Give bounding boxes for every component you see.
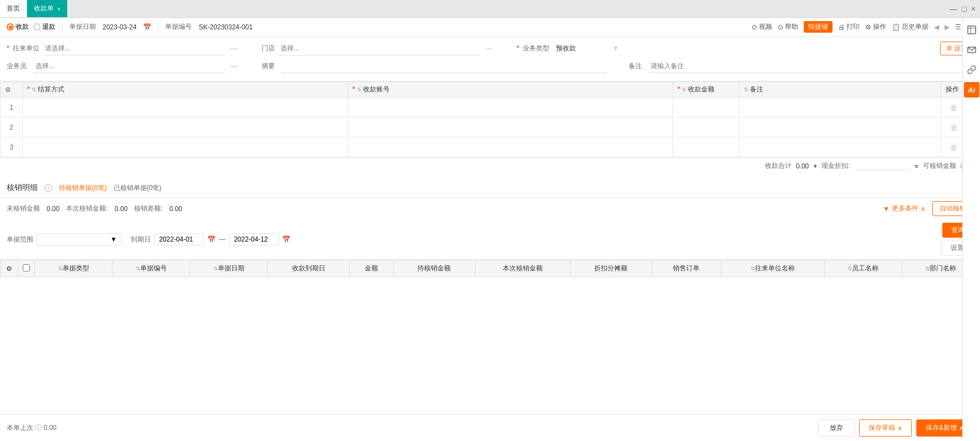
type-dropdown-arrow[interactable]: ▼: [612, 44, 619, 52]
form-area: * 往来单位 ··· 门店 ··· * 业务类型 预收款 ▼ ⚙ 设置: [0, 37, 980, 81]
date-field: 到期日 📅 — 📅: [131, 233, 290, 245]
shop-field: 门店 ···: [262, 41, 494, 55]
next-icon[interactable]: ▶: [945, 23, 950, 31]
save-draft-btn[interactable]: 保存草稿 ∧: [859, 419, 912, 437]
date-to-input[interactable]: [229, 233, 279, 245]
type-field: * 业务类型 预收款 ▼: [517, 44, 936, 53]
bottom-info-icon[interactable]: ⓘ: [35, 424, 42, 432]
bottom-info-label: 本单上次: [7, 424, 33, 432]
sidebar-table-icon[interactable]: [964, 22, 979, 38]
prev-icon[interactable]: ◀: [934, 23, 939, 31]
cal-to-icon[interactable]: 📅: [282, 235, 290, 243]
tab-receipt-label: 收款单: [34, 4, 54, 13]
row-1-amount[interactable]: [673, 98, 739, 117]
row-3-remark[interactable]: [739, 137, 941, 157]
print-btn[interactable]: 🖨 打印: [838, 22, 860, 32]
row-1-settlement[interactable]: [23, 98, 348, 117]
row-3-amount[interactable]: [673, 137, 739, 157]
radio-tuikuan-label: 退款: [42, 22, 55, 32]
row-2-account[interactable]: [348, 117, 673, 137]
row-3-settlement[interactable]: [23, 137, 348, 157]
window-max-btn[interactable]: □: [962, 4, 966, 13]
sidebar-mail-icon[interactable]: [964, 42, 979, 58]
partner-input[interactable]: [43, 41, 226, 55]
row-3-account[interactable]: [348, 137, 673, 157]
discount-input[interactable]: [855, 162, 910, 170]
th-staff-name: ⇅员工名称: [824, 260, 902, 277]
tab-receipt-close[interactable]: ×: [57, 6, 60, 12]
row-3-delete-icon[interactable]: 🗑: [950, 143, 958, 152]
history-btn[interactable]: 📋 历史单据: [892, 22, 928, 32]
menu-icon[interactable]: ☰: [955, 23, 961, 31]
filter-icon: ▼: [883, 205, 890, 213]
toolbar-row: 收款 退款 单据日期 2023-03-24 📅 单据编号 SK-20230324…: [0, 18, 980, 37]
remark-field: 备注: [629, 59, 973, 73]
window-min-btn[interactable]: —: [950, 4, 957, 13]
type-value: 预收款: [556, 44, 576, 53]
completed-link[interactable]: 已核销单据(0笔): [114, 183, 162, 193]
row-1-remark[interactable]: [739, 98, 941, 117]
partner-field: * 往来单位 ···: [7, 41, 239, 55]
settings-gear-icon: ⚙: [946, 44, 952, 52]
section-header: 核销明细 i 待核销单据(0笔) 已核销单据(0笔): [0, 178, 980, 198]
row-1-delete-icon[interactable]: 🗑: [950, 103, 958, 112]
th-amount: ⇅ 收款金额: [673, 82, 739, 98]
main-container: 收款 退款 单据日期 2023-03-24 📅 单据编号 SK-20230324…: [0, 18, 980, 441]
video-btn[interactable]: ⊙ 视频: [752, 22, 772, 32]
toolbar-divider-1: [62, 23, 63, 32]
remark-input[interactable]: [649, 59, 973, 73]
table-gear-icon[interactable]: ⚙: [5, 86, 11, 94]
window-close-btn[interactable]: ×: [971, 4, 976, 13]
radio-shoukuan[interactable]: 收款: [7, 22, 29, 32]
date-separator: —: [219, 235, 226, 243]
row-2-settlement[interactable]: [23, 117, 348, 137]
summary-input[interactable]: [282, 59, 606, 73]
sidebar-link-icon[interactable]: [964, 62, 979, 78]
save-new-label: 保存&新增: [926, 423, 957, 433]
row-2-delete-icon[interactable]: 🗑: [950, 123, 958, 132]
sidebar-ai-icon[interactable]: Ai: [964, 82, 979, 98]
more-conditions-btn[interactable]: ▼ 更多条件 ∧: [883, 204, 926, 213]
partner-ellipsis-btn[interactable]: ···: [228, 44, 239, 53]
select-all-checkbox[interactable]: [23, 264, 30, 271]
tab-bar-controls: — □ ×: [950, 4, 980, 13]
staff-ellipsis-btn[interactable]: ···: [228, 61, 239, 70]
detail-gear-icon[interactable]: ⚙: [6, 265, 12, 273]
tab-receipt[interactable]: 收款单 ×: [27, 0, 68, 17]
type-label-text: 业务类型: [523, 44, 549, 53]
th-checkbox: [18, 260, 35, 277]
cal-from-icon[interactable]: 📅: [207, 235, 216, 243]
detail-table-wrapper: ⚙ ⇅单据类型 ⇅单据编号 ⇅单据日期: [0, 260, 980, 414]
row-2-remark[interactable]: [739, 117, 941, 137]
table-row: 3 🗑 📋: [1, 137, 980, 157]
filter-row: 未核销金额 0.00 本次核销金额: 0.00 核销差额: 0.00 ▼ 更多条…: [0, 198, 980, 219]
row-2-amount[interactable]: [673, 117, 739, 137]
radio-group: 收款 退款: [7, 22, 55, 32]
unchecked-value: 0.00: [47, 205, 59, 213]
shop-input[interactable]: [278, 41, 480, 55]
info-icon[interactable]: i: [44, 184, 52, 192]
staff-input[interactable]: [33, 59, 225, 73]
sum-value: 0.00: [796, 162, 809, 170]
table-wrapper: ⚙ ⇅ 结算方式 ⇅ 收款账号 ⇅ 收款金额: [0, 81, 980, 157]
detail-table: ⚙ ⇅单据类型 ⇅单据编号 ⇅单据日期: [0, 260, 980, 277]
operate-btn[interactable]: ⚙ 操作: [865, 22, 886, 32]
date-from-input[interactable]: [154, 233, 204, 245]
help-btn[interactable]: ⊙ 帮助: [778, 22, 798, 32]
partner-label: *: [7, 44, 9, 52]
range-chevron-icon: ▼: [110, 235, 117, 243]
save-draft-arrow-icon[interactable]: ∧: [897, 424, 902, 432]
range-select[interactable]: ▼: [37, 233, 122, 245]
pending-link[interactable]: 待核销单据(0笔): [59, 183, 107, 193]
row-1-account[interactable]: [348, 98, 673, 117]
abandon-btn[interactable]: 放弃: [818, 419, 855, 437]
tab-home[interactable]: 首页: [0, 0, 27, 17]
th-account-label: 收款账号: [363, 85, 390, 93]
radio-tuikuan[interactable]: 退款: [33, 22, 55, 32]
shop-ellipsis-btn[interactable]: ···: [483, 44, 494, 53]
calendar-icon[interactable]: 📅: [143, 23, 151, 31]
th-sales-order: 销售订单: [652, 260, 721, 277]
shortcut-btn[interactable]: 快捷键: [804, 21, 833, 33]
th-account: ⇅ 收款账号: [348, 82, 673, 98]
date-label: 单据日期: [69, 22, 96, 32]
